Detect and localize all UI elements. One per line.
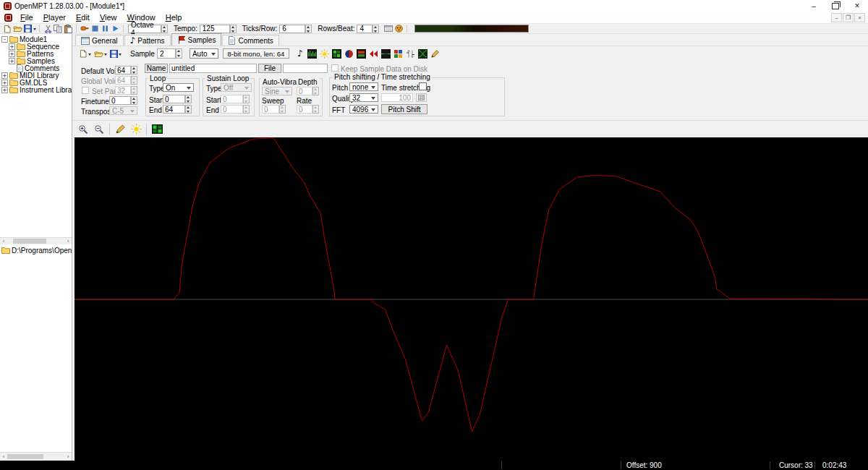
set-pan-checkbox[interactable]	[82, 87, 89, 94]
paste-button[interactable]	[63, 24, 73, 33]
pitch-combo[interactable]: none	[349, 82, 378, 91]
zoom-out-button[interactable]	[92, 122, 106, 137]
expand-icon[interactable]: +	[9, 51, 15, 57]
finetune-field[interactable]: 0	[109, 96, 131, 105]
wave-green-button[interactable]	[307, 48, 318, 60]
chip-green-button[interactable]	[332, 48, 342, 60]
expand-icon[interactable]: +	[9, 58, 15, 64]
time-stretching-checkbox[interactable]	[419, 82, 427, 90]
file-input[interactable]	[283, 64, 328, 73]
menu-file[interactable]: File	[15, 12, 38, 22]
zoom-in-button[interactable]	[76, 122, 90, 137]
scroll-left-icon[interactable]: ‹	[0, 238, 7, 244]
ticks-spinner[interactable]	[305, 25, 312, 33]
reverse-button[interactable]	[369, 48, 379, 60]
mdi-restore-button[interactable]: ❐	[843, 13, 854, 22]
octave-field[interactable]: Octave 4	[128, 25, 161, 33]
keep-on-disk-checkbox[interactable]	[331, 64, 339, 72]
dropdown-arrow-icon[interactable]	[119, 54, 122, 57]
tree-item-samples[interactable]: +Samples	[0, 57, 72, 64]
sample-number-spinner[interactable]	[176, 48, 182, 59]
open-folder-button[interactable]	[12, 24, 22, 33]
rows-spinner[interactable]	[373, 25, 379, 33]
rows-field[interactable]: 4	[357, 25, 373, 33]
tree-item-comments[interactable]: Comments	[0, 64, 72, 72]
default-volume-spinner[interactable]	[131, 66, 137, 74]
menu-edit[interactable]: Edit	[71, 12, 95, 22]
sun-big-button[interactable]	[129, 122, 143, 137]
loop-end-spinner[interactable]	[185, 105, 192, 114]
silence-button[interactable]	[381, 48, 391, 60]
default-volume-field[interactable]: 64	[115, 66, 131, 74]
expand-icon[interactable]: +	[1, 80, 8, 86]
library-path-item[interactable]: D:\Programs\OpenMPT\Ex	[0, 247, 72, 254]
tree-item-midi-library[interactable]: +MIDI Library	[0, 72, 72, 79]
tempo-spinner[interactable]	[230, 25, 237, 33]
play-button[interactable]	[110, 24, 120, 33]
menu-view[interactable]: View	[95, 12, 122, 22]
waveform-display[interactable]	[75, 137, 868, 461]
minimize-button[interactable]: –	[803, 0, 825, 12]
amplify-button[interactable]	[344, 48, 354, 60]
tree-hscrollbar[interactable]: ‹ ›	[0, 237, 72, 244]
expand-icon[interactable]: +	[9, 43, 15, 50]
scroll-thumb[interactable]	[13, 239, 46, 243]
loop-start-field[interactable]: 0	[163, 95, 185, 103]
ticks-field[interactable]: 6	[279, 25, 305, 33]
expand-icon[interactable]: +	[1, 72, 8, 79]
new-file-button[interactable]	[2, 24, 12, 33]
updown-button[interactable]	[357, 48, 367, 60]
tree-item-sequence[interactable]: +Sequence	[0, 43, 72, 50]
grid-green-button[interactable]	[150, 122, 164, 137]
tab-comments[interactable]: Comments	[222, 35, 278, 46]
tempo-field[interactable]: 125	[200, 25, 230, 33]
sample-number-field[interactable]: 2	[157, 48, 176, 59]
open-folder-button[interactable]	[94, 48, 107, 60]
octave-spinner[interactable]	[161, 25, 168, 33]
midi-plug-button[interactable]	[393, 24, 404, 33]
tab-samples[interactable]: Samples	[171, 33, 222, 46]
close-button[interactable]: ×	[846, 0, 868, 12]
save-button[interactable]	[110, 48, 122, 60]
dropdown-arrow-icon[interactable]	[88, 54, 91, 57]
loop-end-field[interactable]: 64	[163, 105, 185, 114]
menu-player[interactable]: Player	[38, 12, 71, 22]
dropdown-arrow-icon[interactable]	[104, 54, 107, 57]
copy-button[interactable]	[53, 24, 63, 33]
name-input[interactable]: untitled	[169, 64, 257, 73]
name-button[interactable]: Name	[145, 64, 168, 73]
fft-combo[interactable]: 4096	[349, 105, 378, 114]
keyboard-window-button[interactable]	[383, 24, 393, 33]
note-button[interactable]: ♪	[295, 48, 305, 60]
collapse-icon[interactable]: -	[1, 36, 8, 43]
zoom-combo[interactable]: Auto	[190, 48, 218, 59]
tree-item-module1[interactable]: -Module1	[0, 35, 72, 43]
new-dropdown-arrow-icon[interactable]	[33, 28, 36, 32]
pause-button[interactable]	[100, 24, 110, 33]
new-file-button[interactable]	[80, 48, 91, 60]
tree-item-gm-dls[interactable]: +GM.DLS	[0, 79, 72, 86]
library-hscrollbar[interactable]: ‹ ›	[0, 452, 72, 461]
scroll-right-icon[interactable]: ›	[64, 238, 72, 244]
loop-start-spinner[interactable]	[185, 95, 192, 103]
scroll-thumb[interactable]	[7, 454, 43, 460]
scroll-left-icon[interactable]: ‹	[0, 453, 7, 460]
player-setup-button[interactable]	[80, 24, 90, 33]
xfade-button[interactable]	[418, 48, 428, 60]
save-button[interactable]	[22, 24, 33, 33]
restore-button[interactable]	[825, 0, 846, 12]
file-button[interactable]: File	[258, 64, 281, 73]
tab-general[interactable]: General	[75, 35, 124, 46]
tree-item-instrument-library-d-p[interactable]: +Instrument Library (D:\P	[0, 86, 72, 93]
loop-type-combo[interactable]: On	[163, 83, 194, 92]
pencil-big-button[interactable]	[113, 122, 127, 137]
cut-button[interactable]	[43, 24, 53, 33]
adjust-button[interactable]	[406, 48, 416, 60]
expand-icon[interactable]: +	[1, 87, 8, 93]
mdi-document-icon[interactable]	[4, 14, 12, 22]
scroll-right-icon[interactable]: ›	[64, 453, 72, 460]
tiles-button[interactable]	[393, 48, 404, 60]
pencil-button[interactable]	[430, 48, 441, 60]
tab-patterns[interactable]: ♪Patterns	[124, 35, 171, 46]
quality-combo[interactable]: 32	[349, 93, 378, 102]
